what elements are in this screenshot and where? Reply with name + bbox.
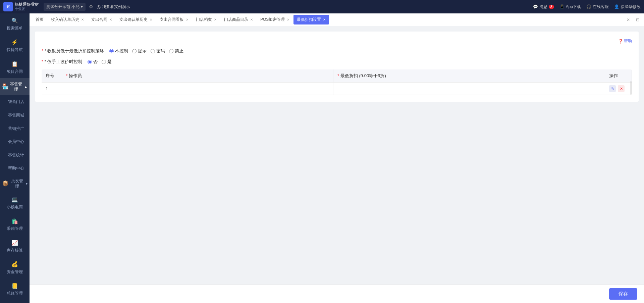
user-menu[interactable]: 👤 徐泽华修改 xyxy=(614,4,641,10)
retail-icon: 🏪 xyxy=(2,83,9,90)
sidebar-label-inventory: 库存核算 xyxy=(7,248,23,253)
tab-contract[interactable]: 支出合同 ✕ xyxy=(88,15,115,24)
sidebar: 🔍 搜索菜单 ⚡ 快捷导航 📋 项目合同 🏪 零售管理 ▲ 智营门店 零售商城 … xyxy=(0,13,30,303)
radio-ban[interactable]: 禁止 xyxy=(169,48,183,54)
radio-no-label: 否 xyxy=(93,59,98,65)
cell-operator[interactable] xyxy=(62,83,333,95)
radio-password[interactable]: 密码 xyxy=(151,48,165,54)
tab-pos[interactable]: POS加密管理 ✕ xyxy=(257,15,293,24)
chevron-down-icon: ▾ xyxy=(26,182,28,186)
message-btn[interactable]: 💬 消息 8 xyxy=(533,4,554,10)
sidebar-item-member[interactable]: 会员中心 xyxy=(0,135,30,149)
tab-store[interactable]: 门店档案 ✕ xyxy=(193,15,220,24)
demo-link[interactable]: ◎ 我要看实例演示 xyxy=(97,4,130,10)
question-icon: ❓ xyxy=(618,39,623,44)
sidebar-label-retail: 零售管理 xyxy=(10,82,22,92)
discount-input[interactable] xyxy=(337,86,601,91)
tab-discount[interactable]: 最低折扣设置 ✕ xyxy=(293,15,329,24)
tab-close-board[interactable]: ✕ xyxy=(186,18,189,21)
sidebar-item-purchase[interactable]: 🛍️ 采购管理 xyxy=(0,214,30,236)
radio-tip[interactable]: 提示 xyxy=(132,48,147,54)
inventory-icon: 📈 xyxy=(11,240,18,247)
topbar-right: 💬 消息 8 📱 App下载 🎧 在线客服 👤 徐泽华修改 xyxy=(533,4,641,10)
tab-expense[interactable]: 支出确认单历史 ✕ xyxy=(116,15,156,24)
sidebar-label-project: 项目合同 xyxy=(7,69,23,74)
project-selector[interactable]: 测试分开示范·小兄 ▾ xyxy=(44,3,86,11)
app-name: 畅捷通好业财 xyxy=(15,2,39,7)
demo-circle-icon: ◎ xyxy=(97,4,101,9)
tab-close-pos[interactable]: ✕ xyxy=(287,18,289,21)
action-icons: ✎ ✕ xyxy=(609,85,628,92)
sidebar-label-help: 帮助中心 xyxy=(8,166,24,171)
sidebar-item-project[interactable]: 📋 项目合同 xyxy=(0,57,30,78)
sidebar-item-smart[interactable]: 智营门店 xyxy=(0,95,30,109)
table: 序号 操作员 最低折扣 (9.00等于9折) 操作 xyxy=(42,69,632,95)
download-icon: 📱 xyxy=(559,4,565,9)
help-link[interactable]: ❓ 帮助 xyxy=(618,38,632,44)
tab-close-goods[interactable]: ✕ xyxy=(250,18,253,21)
shortcut-icon: ⚡ xyxy=(11,39,18,46)
tab-close-income[interactable]: ✕ xyxy=(81,18,84,21)
sidebar-item-wholesale[interactable]: 📦 批发管理 ▾ xyxy=(0,175,30,192)
save-button[interactable]: 保存 xyxy=(609,288,637,300)
sidebar-label-finance: 资金管理 xyxy=(7,269,23,275)
tab-close-all-btn[interactable]: ✕ xyxy=(625,16,632,23)
tab-maximize-btn[interactable]: ⊡ xyxy=(634,16,641,23)
manual-options: 否 是 xyxy=(88,59,112,65)
sidebar-label-member: 会员中心 xyxy=(8,139,24,145)
search-icon: 🔍 xyxy=(11,17,18,24)
tab-close-contract[interactable]: ✕ xyxy=(109,18,112,21)
online-service-btn[interactable]: 🎧 在线客服 xyxy=(586,4,609,10)
sidebar-item-retail[interactable]: 🏪 零售管理 ▲ xyxy=(0,78,30,95)
table-body: 1 ✎ ✕ xyxy=(42,83,632,95)
project-icon: 📋 xyxy=(11,61,18,68)
sidebar-item-marketing[interactable]: 营销推广 xyxy=(0,122,30,136)
sidebar-item-ledger[interactable]: 📒 总账管理 xyxy=(0,279,30,300)
radio-none[interactable]: 不控制 xyxy=(109,48,128,54)
control-strategy-row: * 收银员低于最低折扣控制策略 不控制 提示 密码 xyxy=(42,48,632,54)
sidebar-label-stat: 零售统计 xyxy=(8,153,24,158)
tab-goods[interactable]: 门店商品目录 ✕ xyxy=(221,15,256,24)
app-logo: 财 畅捷通好业财 专业版 xyxy=(3,2,39,11)
project-name: 测试分开示范·小兄 xyxy=(46,4,79,10)
avatar-icon: 👤 xyxy=(614,4,619,9)
purchase-icon: 🛍️ xyxy=(11,218,18,225)
manual-control-label: * 仅手工改价时控制 xyxy=(42,59,82,65)
sidebar-label-marketing: 营销推广 xyxy=(8,126,24,132)
tab-income[interactable]: 收入确认单历史 ✕ xyxy=(48,15,87,24)
sidebar-item-invoice[interactable]: 🧾 发票管理 xyxy=(0,300,30,303)
settings-icon[interactable]: ⚙ xyxy=(89,4,93,9)
tab-home[interactable]: 首页 xyxy=(32,15,47,24)
ecom-icon: 💻 xyxy=(11,196,18,203)
th-operator: 操作员 xyxy=(62,69,333,83)
tab-close-store[interactable]: ✕ xyxy=(214,18,217,21)
tab-close-expense[interactable]: ✕ xyxy=(150,18,152,21)
tab-close-discount[interactable]: ✕ xyxy=(323,18,326,21)
cell-seq: 1 xyxy=(42,83,62,95)
sidebar-label-purchase: 采购管理 xyxy=(7,226,23,232)
control-strategy-label: * 收银员低于最低折扣控制策略 xyxy=(42,48,104,54)
radio-yes[interactable]: 是 xyxy=(102,59,112,65)
sidebar-item-shortcut[interactable]: ⚡ 快捷导航 xyxy=(0,35,30,56)
sidebar-item-online[interactable]: 零售商城 xyxy=(0,109,30,122)
sidebar-item-stat[interactable]: 零售统计 xyxy=(0,149,30,162)
edit-icon[interactable]: ✎ xyxy=(609,85,616,92)
headset-icon: 🎧 xyxy=(586,4,591,9)
app-download-btn[interactable]: 📱 App下载 xyxy=(559,4,581,10)
sidebar-label-wholesale: 批发管理 xyxy=(10,179,24,189)
sidebar-label-shortcut: 快捷导航 xyxy=(7,47,23,53)
sidebar-item-inventory[interactable]: 📈 库存核算 xyxy=(0,236,30,257)
tabs-bar: 首页 收入确认单历史 ✕ 支出合同 ✕ 支出确认单历史 ✕ 支出合同看板 ✕ 门… xyxy=(30,13,644,26)
sidebar-item-search[interactable]: 🔍 搜索菜单 xyxy=(0,13,30,35)
delete-icon[interactable]: ✕ xyxy=(618,85,625,92)
manual-control-row: * 仅手工改价时控制 否 是 xyxy=(42,59,632,65)
sidebar-item-finance[interactable]: 💰 资金管理 xyxy=(0,257,30,279)
operator-input[interactable] xyxy=(66,86,329,91)
radio-no[interactable]: 否 xyxy=(88,59,98,65)
cell-discount[interactable] xyxy=(333,83,605,95)
message-icon: 💬 xyxy=(533,4,538,9)
tab-board[interactable]: 支出合同看板 ✕ xyxy=(156,15,192,24)
table-row: 1 ✎ ✕ xyxy=(42,83,632,95)
sidebar-item-ecom[interactable]: 💻 小畅电商 xyxy=(0,192,30,214)
sidebar-item-help[interactable]: 帮助中心 xyxy=(0,162,30,175)
